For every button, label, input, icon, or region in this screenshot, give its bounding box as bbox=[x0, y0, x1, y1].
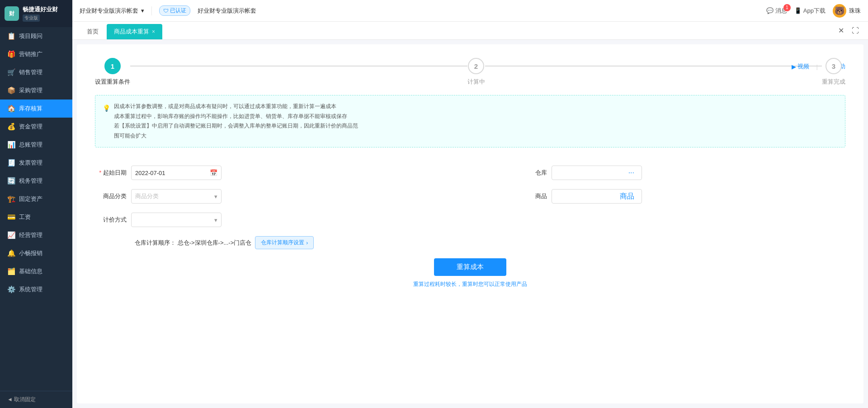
sidebar-item-jichu[interactable]: 🗂️ 基础信息 bbox=[0, 262, 72, 280]
close-window-button[interactable]: ✕ bbox=[835, 25, 846, 36]
sidebar-item-kucun[interactable]: 🏠 库存核算 bbox=[0, 100, 72, 118]
sidebar-item-gongzi[interactable]: 💳 工资 bbox=[0, 208, 72, 226]
warehouse-order-settings-button[interactable]: 仓库计算顺序设置 bbox=[255, 236, 314, 249]
cert-badge: 🛡 已认证 bbox=[159, 5, 190, 16]
sidebar-item-label: 资金管理 bbox=[19, 123, 42, 131]
pricing-select[interactable] bbox=[131, 213, 222, 227]
calendar-icon[interactable]: 📅 bbox=[210, 169, 217, 176]
gudingzichan-icon: 🏗️ bbox=[7, 195, 15, 203]
help-divider: | bbox=[816, 62, 818, 71]
info-line-4: 围可能会扩大 bbox=[114, 131, 358, 141]
info-line-3: 若【系统设置】中启用了自动调整记账日期时，会调整入库单的整单记账日期，因此重新计… bbox=[114, 121, 358, 131]
sidebar-item-label: 总账管理 bbox=[19, 141, 42, 149]
product-dots[interactable]: 商品 bbox=[616, 192, 638, 201]
messages-button[interactable]: 💬 消息 1 bbox=[766, 7, 787, 15]
xitong-icon: ⚙️ bbox=[7, 285, 15, 294]
sidebar-item-zongzhang[interactable]: 📊 总账管理 bbox=[0, 136, 72, 154]
sidebar-footer[interactable]: ◄ 取消固定 bbox=[0, 391, 72, 408]
form-col-product: 商品 商品 bbox=[515, 189, 845, 204]
step-2-circle: 2 bbox=[468, 58, 484, 74]
content-area: 1 设置重算条件 2 计算中 3 重算完成 ▶ 视频 | ❓ bbox=[77, 44, 863, 403]
sidebar-item-gudingzichan[interactable]: 🏗️ 固定资产 bbox=[0, 190, 72, 208]
main-area: 好业财专业版演示帐套 🛡 已认证 好业财专业版演示帐套 💬 消息 1 📱 App… bbox=[72, 0, 868, 408]
step-line-2 bbox=[485, 66, 822, 66]
category-dropdown-icon bbox=[214, 193, 217, 200]
warehouse-order-prefix: 仓库计算顺序： bbox=[135, 239, 176, 246]
sidebar: 财 畅捷通好业财 专业版 📋 项目顾问 🎁 营销推广 🛒 销售管理 📦 采购管理… bbox=[0, 0, 72, 408]
start-date-input[interactable]: 2022-07-01 📅 bbox=[131, 166, 222, 180]
logo-text: 畅捷通好业财 bbox=[23, 5, 58, 14]
xianmu-icon: 📋 bbox=[7, 32, 15, 40]
jichu-icon: 🗂️ bbox=[7, 267, 15, 275]
sidebar-item-label: 采购管理 bbox=[19, 86, 42, 95]
user-name: 珠珠 bbox=[849, 7, 861, 15]
avatar: 🐻 bbox=[833, 4, 846, 18]
step-2-label: 计算中 bbox=[467, 78, 485, 86]
warehouse-input[interactable]: ··· bbox=[552, 166, 642, 180]
warehouse-chevron-icon bbox=[306, 240, 308, 246]
start-date-label: 起始日期 bbox=[95, 169, 131, 177]
sidebar-item-zijin[interactable]: 💰 资金管理 bbox=[0, 118, 72, 136]
product-input[interactable]: 商品 bbox=[552, 189, 642, 204]
sidebar-item-label: 项目顾问 bbox=[19, 32, 42, 40]
gongzi-icon: 💳 bbox=[7, 213, 15, 221]
warehouse-order-value: 总仓->深圳仓库->...->门店仓 bbox=[178, 239, 252, 246]
account-dropdown-icon[interactable] bbox=[141, 7, 144, 14]
zongzhang-icon: 📊 bbox=[7, 141, 15, 149]
step-line-1 bbox=[130, 66, 467, 66]
form-row-2: 商品分类 商品分类 商品 商品 bbox=[95, 189, 845, 204]
phone-icon: 📱 bbox=[794, 7, 802, 14]
tab-home[interactable]: 首页 bbox=[80, 24, 106, 39]
sidebar-item-label: 库存核算 bbox=[19, 104, 42, 113]
tab-cost-recalc[interactable]: 商品成本重算 × bbox=[107, 24, 162, 39]
sidebar-item-label: 小畅报销 bbox=[19, 249, 42, 257]
product-label: 商品 bbox=[515, 192, 552, 200]
sidebar-item-fapiao[interactable]: 🧾 发票管理 bbox=[0, 154, 72, 172]
tab-actions: ✕ ⛶ bbox=[835, 25, 861, 36]
info-text: 因成本计算参数调整，或是对商品成本有疑问时，可以通过成本重算功能，重新计算一遍成… bbox=[114, 102, 358, 141]
video-link[interactable]: ▶ 视频 bbox=[792, 62, 809, 71]
warehouse-order-row: 仓库计算顺序： 总仓->深圳仓库->...->门店仓 仓库计算顺序设置 bbox=[95, 236, 845, 249]
sidebar-logo: 财 畅捷通好业财 专业版 bbox=[0, 0, 72, 27]
messages-badge: 1 bbox=[783, 4, 791, 11]
steps-container: 1 设置重算条件 2 计算中 3 重算完成 ▶ 视频 | ❓ bbox=[77, 44, 863, 95]
user-profile[interactable]: 🐻 珠珠 bbox=[833, 4, 861, 18]
recalc-button[interactable]: 重算成本 bbox=[434, 258, 506, 276]
yingxiao-icon: 🎁 bbox=[7, 50, 15, 58]
form-col-date: 起始日期 2022-07-01 📅 bbox=[95, 166, 425, 180]
category-select[interactable]: 商品分类 bbox=[131, 189, 222, 204]
sidebar-item-label: 固定资产 bbox=[19, 195, 42, 203]
sidebar-item-label: 营销推广 bbox=[19, 50, 42, 58]
step-1-circle: 1 bbox=[104, 58, 121, 74]
fapiao-icon: 🧾 bbox=[7, 159, 15, 167]
sidebar-item-label: 销售管理 bbox=[19, 68, 42, 76]
play-icon: ▶ bbox=[792, 63, 796, 70]
warehouse-dots[interactable]: ··· bbox=[625, 169, 638, 177]
caigou-icon: 📦 bbox=[7, 86, 15, 95]
sidebar-item-xiaoshou[interactable]: 🛒 销售管理 bbox=[0, 63, 72, 81]
tab-close-button[interactable]: × bbox=[152, 28, 155, 35]
form-row-1: 起始日期 2022-07-01 📅 仓库 ··· bbox=[95, 166, 845, 180]
sidebar-item-yingxiao[interactable]: 🎁 营销推广 bbox=[0, 45, 72, 63]
tab-bar: 首页 商品成本重算 × ✕ ⛶ bbox=[72, 22, 868, 40]
logo-sub: 专业版 bbox=[23, 14, 40, 22]
sidebar-item-baoxiao[interactable]: 🔔 小畅报销 bbox=[0, 244, 72, 262]
cert-status: 已认证 bbox=[170, 7, 186, 14]
info-icon: 💡 bbox=[103, 103, 110, 141]
maximize-window-button[interactable]: ⛶ bbox=[850, 25, 861, 36]
topbar-divider bbox=[151, 6, 152, 15]
topbar-account[interactable]: 好业财专业版演示帐套 bbox=[80, 7, 144, 15]
shield-icon: 🛡 bbox=[163, 8, 169, 14]
pricing-dropdown-icon bbox=[214, 217, 217, 223]
sidebar-item-caigou[interactable]: 📦 采购管理 bbox=[0, 81, 72, 100]
sidebar-item-xitong[interactable]: ⚙️ 系统管理 bbox=[0, 280, 72, 299]
warehouse-order-text: 仓库计算顺序： 总仓->深圳仓库->...->门店仓 bbox=[135, 239, 251, 247]
shuiwu-icon: 🔄 bbox=[7, 177, 15, 185]
sidebar-item-shuiwu[interactable]: 🔄 税务管理 bbox=[0, 172, 72, 190]
app-download-button[interactable]: 📱 App下载 bbox=[794, 7, 826, 15]
logo-icon: 财 bbox=[5, 6, 19, 21]
sidebar-item-jingying[interactable]: 📈 经营管理 bbox=[0, 226, 72, 244]
sidebar-nav: 📋 项目顾问 🎁 营销推广 🛒 销售管理 📦 采购管理 🏠 库存核算 💰 资金管… bbox=[0, 27, 72, 391]
recalc-tip: 重算过程耗时较长，重算时您可以正常使用产品 bbox=[413, 280, 527, 288]
sidebar-item-xianmu[interactable]: 📋 项目顾问 bbox=[0, 27, 72, 45]
